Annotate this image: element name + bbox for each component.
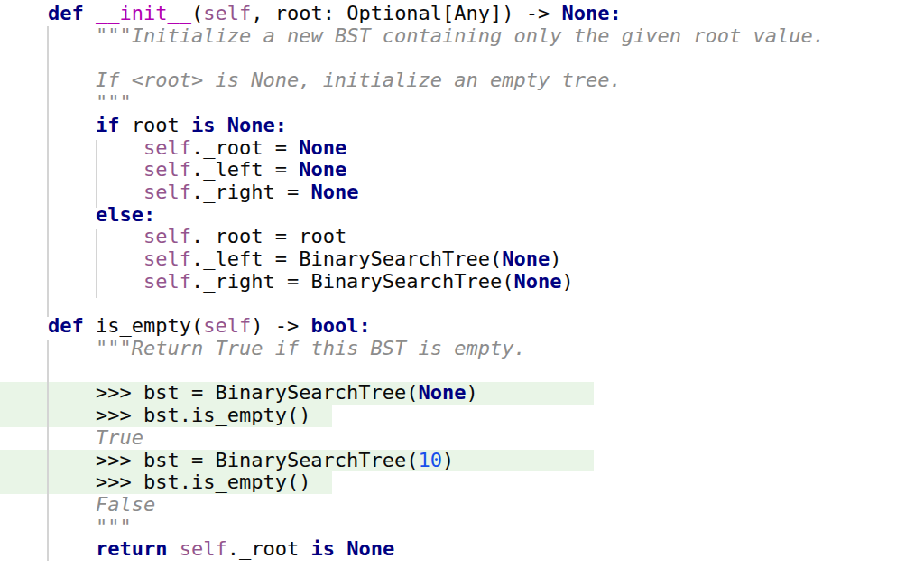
code-line: self._root = root [0,226,924,248]
code-token [0,516,96,538]
code-token [335,537,346,560]
code-token: return [96,537,167,560]
code-editor-view: def __init__(self, root: Optional[Any]) … [0,0,924,587]
code-token: None: [562,2,622,24]
code-token: None [310,181,358,203]
code-token: """ [96,337,132,359]
code-token: self [143,225,191,247]
code-token: self [143,158,191,181]
code-token [0,136,143,159]
code-token [215,114,226,136]
code-token: ) [550,247,561,270]
code-line: >>> bst.is_empty() [0,405,924,427]
code-token [0,337,96,359]
code-token: ) -> [251,314,310,337]
code-token [0,247,143,270]
code-token: ._left = BinarySearchTree( [191,247,502,270]
code-token: None [299,136,346,159]
code-line: >>> bst = BinarySearchTree(None) [0,382,924,405]
code-token: None: [227,114,287,136]
code-line: """Return True if this BST is empty. [0,338,924,360]
code-token: True [96,426,143,449]
code-token: False [96,493,155,516]
code-token [0,225,143,247]
code-token [0,181,143,203]
code-token: ._right = [191,181,310,203]
code-token: self [143,136,191,159]
code-token [0,114,96,136]
code-token: None [299,158,346,181]
code-token [0,69,96,91]
code-token: self [143,270,191,293]
code-token: """ [96,516,132,538]
code-line [0,360,924,383]
code-token: >>> bst.is_empty() [0,404,310,426]
code-token: None [346,537,394,560]
code-line: self._left = None [0,159,924,182]
code-token: bool: [310,314,370,337]
code-token [0,91,96,114]
code-token: ) [562,270,574,293]
code-token: ._root = root [191,225,346,247]
code-line: return self._root is None [0,538,924,561]
code-token [167,537,179,560]
code-line: """ [0,517,924,539]
code-token: if [96,114,120,136]
code-token: >>> bst.is_empty() [0,471,310,493]
code-line [0,48,924,70]
code-token [0,2,48,24]
code-token: ( [191,2,203,24]
code-token: self [143,247,191,270]
code-token: else: [96,203,155,226]
code-token: self [180,537,227,560]
code-line: self._left = BinarySearchTree(None) [0,248,924,271]
code-token: >>> bst = BinarySearchTree( [0,381,419,404]
code-token: self [203,314,251,337]
code-line: if root is None: [0,115,924,137]
code-token: None [502,247,550,270]
code-token [0,314,48,337]
code-token: self [203,2,251,24]
code-token [0,270,143,293]
code-token: ._root [227,537,311,560]
code-line: def __init__(self, root: Optional[Any]) … [0,3,924,25]
code-token: is_empty( [84,314,203,337]
code-token [0,426,96,449]
code-token [0,537,96,560]
code-token: , root: Optional[Any]) -> [251,2,561,24]
code-token: __init__ [96,2,191,24]
code-line: self._right = BinarySearchTree(None) [0,271,924,294]
code-token: None [514,270,562,293]
code-token: is [191,114,216,136]
code-token [0,24,96,47]
code-token: self [143,181,191,203]
code-token: def [48,2,84,24]
code-token: ) [442,449,454,471]
code-line: If <root> is None, initialize an empty t… [0,70,924,92]
code-token: """ [96,91,132,114]
code-token: If <root> is None, initialize an empty t… [96,69,622,91]
code-token: None [419,381,467,404]
code-token: ._root = [191,136,299,159]
code-token [0,158,143,181]
code-line: self._right = None [0,182,924,204]
code-area[interactable]: def __init__(self, root: Optional[Any]) … [0,3,924,561]
code-line: self._root = None [0,137,924,160]
code-token [0,493,96,516]
code-line: True [0,427,924,450]
code-token: def [48,314,84,337]
code-line: >>> bst.is_empty() [0,471,924,494]
code-line: """ [0,92,924,115]
code-token: Initialize a new BST containing only the… [132,24,825,47]
code-token: Return True if this BST is empty. [132,337,526,359]
code-line: def is_empty(self) -> bool: [0,315,924,338]
code-token: root [119,114,190,136]
code-line: False [0,494,924,517]
code-token: 10 [419,449,443,471]
code-token: ._right = BinarySearchTree( [191,270,514,293]
code-token: >>> bst = BinarySearchTree( [0,449,419,471]
code-line [0,294,924,316]
code-token: is [310,537,335,560]
code-token: ) [467,381,478,404]
code-line: """Initialize a new BST containing only … [0,25,924,48]
